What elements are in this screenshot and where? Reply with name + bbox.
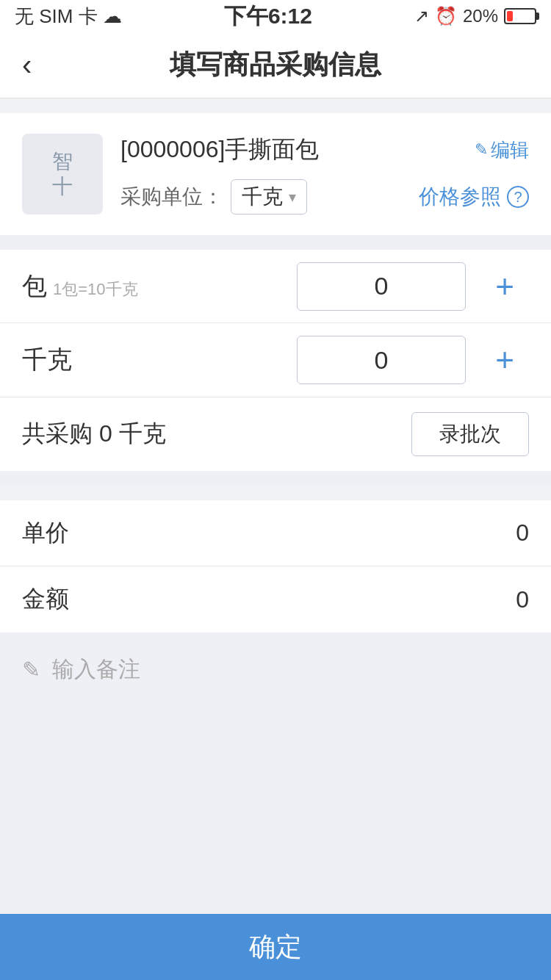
back-button[interactable]: ‹: [22, 48, 32, 82]
product-name: [0000006]手撕面包: [120, 134, 319, 166]
total-row: 共采购 0 千克 录批次: [0, 397, 551, 471]
status-time: 下午6:12: [224, 1, 312, 32]
nav-bar: ‹ 填写商品采购信息: [0, 32, 551, 98]
section-divider-3: [0, 471, 551, 486]
kg-input-field: 0 +: [140, 336, 529, 384]
edit-label: 编辑: [491, 137, 529, 163]
bag-label: 包1包=10千克: [22, 270, 140, 303]
alarm-icon: ⏰: [435, 6, 457, 26]
kg-quantity-row: 千克 0 +: [0, 323, 551, 397]
price-ref-info-icon: ?: [507, 186, 529, 208]
notes-section[interactable]: ✎ 输入备注: [0, 633, 551, 707]
batch-button[interactable]: 录批次: [411, 412, 529, 456]
bag-plus-button[interactable]: +: [480, 262, 529, 311]
kg-plus-button[interactable]: +: [480, 336, 529, 384]
amount-label: 金额: [22, 583, 69, 616]
empty-space: [0, 707, 551, 927]
product-info: [0000006]手撕面包 ✎ 编辑 采购单位： 千克 ▾ 价格参照 ?: [120, 134, 529, 215]
product-image: 智 十: [22, 134, 103, 215]
amount-row: 金额 0: [0, 566, 551, 633]
unit-select[interactable]: 千克 ▾: [231, 179, 307, 215]
unit-value: 千克: [242, 183, 283, 211]
notes-icon: ✎: [22, 657, 40, 682]
page-title: 填写商品采购信息: [170, 47, 381, 83]
status-right: ↗ ⏰ 20%: [414, 6, 536, 26]
edit-button[interactable]: ✎ 编辑: [475, 137, 529, 163]
kg-quantity-input[interactable]: 0: [297, 336, 466, 384]
location-icon: ↗: [414, 6, 429, 26]
price-ref-button[interactable]: 价格参照 ?: [419, 183, 529, 211]
price-ref-label: 价格参照: [419, 183, 501, 211]
bag-quantity-input[interactable]: 0: [297, 262, 466, 311]
price-section: 单价 0 金额 0: [0, 500, 551, 633]
product-name-row: [0000006]手撕面包 ✎ 编辑: [120, 134, 529, 166]
edit-icon: ✎: [475, 140, 488, 159]
product-card: 智 十 [0000006]手撕面包 ✎ 编辑 采购单位： 千克 ▾: [0, 113, 551, 235]
product-unit-row: 采购单位： 千克 ▾ 价格参照 ?: [120, 179, 529, 215]
kg-label: 千克: [22, 343, 140, 377]
unit-price-row: 单价 0: [0, 500, 551, 566]
battery-icon: [504, 8, 536, 24]
bag-sublabel: 1包=10千克: [53, 280, 138, 298]
status-left: 无 SIM 卡 ☁: [15, 4, 122, 29]
product-logo: 智 十: [52, 149, 73, 198]
total-label: 共采购 0 千克: [22, 418, 166, 450]
bag-quantity-row: 包1包=10千克 0 +: [0, 250, 551, 323]
battery-percent: 20%: [463, 6, 498, 26]
amount-value: 0: [516, 586, 529, 613]
section-divider-1: [0, 235, 551, 250]
sim-status: 无 SIM 卡 ☁: [15, 4, 122, 29]
status-bar: 无 SIM 卡 ☁ 下午6:12 ↗ ⏰ 20%: [0, 0, 551, 32]
quantity-section: 包1包=10千克 0 + 千克 0 +: [0, 250, 551, 397]
unit-price-value: 0: [516, 519, 529, 547]
confirm-button[interactable]: 确定: [0, 914, 551, 980]
notes-input[interactable]: 输入备注: [52, 655, 140, 685]
unit-label: 采购单位：: [120, 183, 223, 211]
unit-price-label: 单价: [22, 517, 69, 550]
unit-chevron-icon: ▾: [289, 188, 296, 206]
bag-input-field: 0 +: [140, 262, 529, 311]
